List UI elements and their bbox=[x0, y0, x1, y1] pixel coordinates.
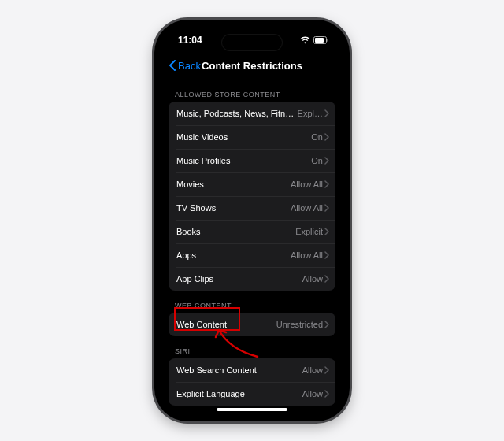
row-music-videos[interactable]: Music Videos On bbox=[169, 125, 335, 149]
row-web-search-content[interactable]: Web Search Content Allow bbox=[169, 358, 335, 382]
row-apps[interactable]: Apps Allow All bbox=[169, 243, 335, 267]
row-label: Movies bbox=[176, 180, 291, 189]
dynamic-island bbox=[221, 34, 283, 51]
chevron-right-icon bbox=[324, 133, 329, 141]
row-label: Apps bbox=[176, 250, 291, 260]
chevron-right-icon bbox=[324, 390, 329, 398]
row-label: Web Content bbox=[176, 320, 276, 329]
row-label: Web Search Content bbox=[176, 365, 302, 375]
row-value: Allow bbox=[302, 365, 323, 375]
row-books[interactable]: Books Explicit bbox=[169, 220, 335, 243]
wifi-icon bbox=[300, 36, 310, 44]
row-movies[interactable]: Movies Allow All bbox=[169, 172, 335, 196]
row-music-profiles[interactable]: Music Profiles On bbox=[169, 149, 335, 172]
group-store: Music, Podcasts, News, Fitness Expl… Mus… bbox=[169, 102, 335, 291]
svg-rect-2 bbox=[315, 38, 324, 43]
section-header-siri: SIRI bbox=[169, 336, 335, 358]
row-web-content[interactable]: Web Content Unrestricted bbox=[169, 313, 335, 336]
row-music-podcasts[interactable]: Music, Podcasts, News, Fitness Expl… bbox=[169, 102, 335, 125]
group-web: Web Content Unrestricted bbox=[169, 313, 335, 336]
row-value: On bbox=[311, 132, 323, 142]
section-header-store: ALLOWED STORE CONTENT bbox=[169, 80, 335, 102]
row-tv-shows[interactable]: TV Shows Allow All bbox=[169, 196, 335, 220]
page-title: Content Restrictions bbox=[202, 60, 302, 72]
row-value: Allow bbox=[302, 389, 323, 398]
row-value: Allow All bbox=[291, 180, 323, 189]
row-value: Expl… bbox=[298, 109, 323, 118]
row-label: Music Profiles bbox=[176, 156, 311, 165]
row-value: Allow bbox=[302, 274, 323, 284]
row-explicit-language[interactable]: Explicit Language Allow bbox=[169, 382, 335, 406]
row-value: Explicit bbox=[295, 227, 323, 236]
section-header-web: WEB CONTENT bbox=[169, 291, 335, 313]
chevron-right-icon bbox=[324, 180, 329, 188]
nav-bar: Back Content Restrictions bbox=[161, 54, 343, 76]
status-time: 11:04 bbox=[178, 35, 202, 46]
row-label: Music, Podcasts, News, Fitness bbox=[176, 109, 298, 118]
chevron-right-icon bbox=[324, 157, 329, 165]
svg-rect-1 bbox=[328, 39, 329, 42]
row-value: Allow All bbox=[291, 250, 323, 260]
row-label: Explicit Language bbox=[176, 389, 302, 398]
back-button[interactable]: Back bbox=[169, 60, 201, 72]
chevron-right-icon bbox=[324, 366, 329, 374]
home-indicator[interactable] bbox=[217, 408, 287, 411]
back-label: Back bbox=[178, 60, 201, 72]
row-label: TV Shows bbox=[176, 203, 291, 213]
phone-frame: 11:04 Back Content Restrictions ALLOWED … bbox=[154, 20, 350, 421]
chevron-right-icon bbox=[324, 275, 329, 283]
group-siri: Web Search Content Allow Explicit Langua… bbox=[169, 358, 335, 406]
chevron-right-icon bbox=[324, 204, 329, 212]
chevron-right-icon bbox=[324, 251, 329, 259]
chevron-left-icon bbox=[169, 60, 176, 71]
chevron-right-icon bbox=[324, 321, 329, 328]
row-app-clips[interactable]: App Clips Allow bbox=[169, 267, 335, 291]
screen: 11:04 Back Content Restrictions ALLOWED … bbox=[161, 26, 343, 415]
row-label: App Clips bbox=[176, 274, 302, 284]
row-value: Allow All bbox=[291, 203, 323, 213]
content-scroll[interactable]: ALLOWED STORE CONTENT Music, Podcasts, N… bbox=[161, 76, 343, 415]
chevron-right-icon bbox=[324, 109, 329, 117]
row-label: Music Videos bbox=[176, 132, 311, 142]
row-value: On bbox=[311, 156, 323, 165]
row-value: Unrestricted bbox=[276, 320, 323, 329]
battery-icon bbox=[313, 36, 329, 44]
chevron-right-icon bbox=[324, 228, 329, 235]
row-label: Books bbox=[176, 227, 295, 236]
